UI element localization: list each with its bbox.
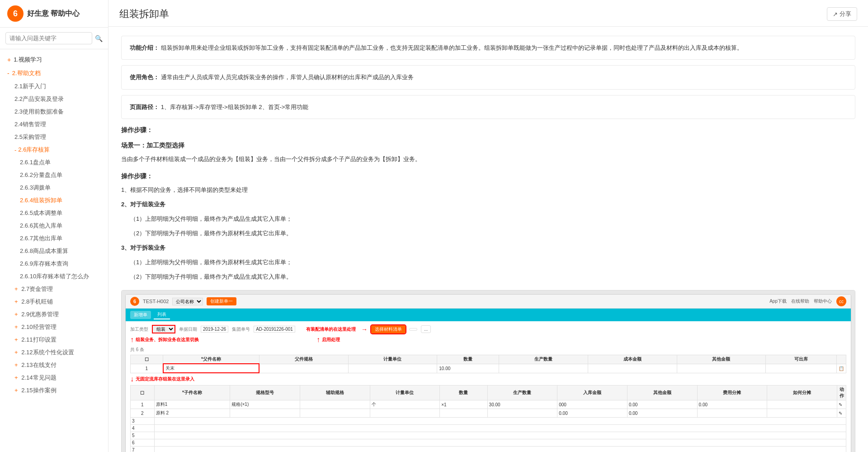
td-action-b2: ✎	[837, 409, 846, 418]
app-tab-list[interactable]: 列表	[154, 310, 170, 319]
td-parent-name: 关末	[163, 364, 259, 373]
sidebar-item-stocktake[interactable]: 2.6.1盘点单	[0, 156, 108, 169]
sidebar-item-faq[interactable]: + 2.14常见问题	[0, 371, 108, 384]
sidebar-item-operations[interactable]: + 2.10经营管理	[0, 321, 108, 333]
app-nav-help[interactable]: 在线帮助	[791, 298, 809, 305]
th-unit2: 计量单位	[370, 385, 440, 400]
sidebar-item-mobile[interactable]: + 2.8手机旺铺	[0, 295, 108, 308]
plus-icon5: +	[14, 324, 18, 330]
screenshot-container: 6 TEST-H002 公司名称 创建新单一 App下载 在线帮助 帮助中心 c…	[121, 290, 855, 452]
app-tab-new[interactable]: 新增单	[130, 311, 151, 319]
role-text: 通常由生产人员或库管人员完成拆装业务的操作，库管人员确认原材料的出库和产成品的入…	[161, 74, 414, 81]
search-button[interactable]: 🔍	[95, 35, 103, 42]
sidebar-item-data-prep[interactable]: 2.3使用前数据准备	[0, 105, 108, 118]
app-nav-apptool[interactable]: App下载	[769, 298, 787, 305]
sidebar-item-partial-stocktake[interactable]: 2.6.2分量盘点单	[0, 169, 108, 181]
app-type-label: 加工类型	[130, 326, 148, 333]
table-row-bottom-3: 3	[131, 418, 846, 425]
table-row-top-1: 1 关末 10.00 📋	[131, 364, 846, 373]
app-more-btn[interactable]: ...	[421, 325, 431, 333]
sidebar-item-payment[interactable]: + 2.13在线支付	[0, 359, 108, 371]
share-button[interactable]: ↗ 分享	[827, 7, 857, 21]
app-window: 6 TEST-H002 公司名称 创建新单一 App下载 在线帮助 帮助中心 c…	[125, 294, 851, 452]
sidebar-item-purchase[interactable]: 2.5采购管理	[0, 131, 108, 143]
sidebar-item-finance[interactable]: + 2.7资金管理	[0, 283, 108, 295]
minus-icon: -	[7, 70, 9, 77]
app-user-avatar[interactable]: cc	[836, 296, 846, 306]
th-qty2: 数量	[440, 385, 487, 400]
td-spec-b1: 规格(×1)	[230, 400, 300, 409]
row-count: 共 6 条	[130, 347, 846, 353]
td-prod	[499, 364, 588, 373]
plus-icon10: +	[14, 387, 18, 394]
app-process-btn[interactable]: 选择材料清单	[371, 325, 406, 333]
plus-icon8: +	[14, 362, 18, 368]
th-b-check: ☐	[131, 385, 155, 400]
sidebar-item-transfer[interactable]: 2.6.3调拨单	[0, 181, 108, 194]
sidebar-item-other-in[interactable]: 2.6.6其他入库单	[0, 219, 108, 232]
arrow-icon1: →	[361, 326, 368, 333]
app-date-label: 单据日期	[179, 326, 197, 333]
td-other	[677, 364, 766, 373]
sidebar-item-beginner[interactable]: 2.1新手入门	[0, 80, 108, 93]
td-avail	[766, 364, 837, 373]
th-checkbox: ☐	[131, 355, 163, 364]
plus-icon7: +	[14, 349, 18, 356]
sidebar-item-inventory-fix[interactable]: 2.6.10库存账本错了怎么办	[0, 270, 108, 283]
sidebar-item-inventory[interactable]: - 2.6库存核算	[0, 143, 108, 156]
app-confirm-btn[interactable]	[409, 328, 417, 331]
scenario-title: 场景一：加工类型选择	[121, 142, 855, 150]
sidebar-item-help-docs[interactable]: - 2.帮助文档	[0, 67, 108, 80]
td-unit-b1: 个	[370, 400, 440, 409]
sidebar-item-videos[interactable]: + 1.视频学习	[0, 53, 108, 67]
th-unit: 计量单位	[348, 355, 437, 364]
annotation-switch: 组装业务、拆卸业务在这里切换	[136, 337, 199, 343]
app-form-area: 加工类型 组装 拆卸 单据日期 2019-12-26 集团单号 AD-20191…	[126, 321, 851, 452]
sidebar-item-label: 2.帮助文档	[12, 69, 41, 77]
sidebar-item-other-out[interactable]: 2.6.7其他出库单	[0, 232, 108, 245]
td-other-b2: 0.00	[627, 409, 697, 418]
td-prod-b1: 30.00	[487, 400, 557, 409]
sidebar-item-cost-recalc[interactable]: 2.6.8商品成本重算	[0, 245, 108, 257]
td-b3-empty	[154, 418, 846, 425]
role-block: 使用角色： 通常由生产人员或库管人员完成拆装业务的操作，库管人员确认原材料的出库…	[121, 65, 855, 89]
td-unit-b2	[370, 409, 440, 418]
sidebar-item-cases[interactable]: + 2.15操作案例	[0, 384, 108, 397]
th-other: 其他金额	[677, 355, 766, 364]
sidebar-item-print[interactable]: + 2.11打印设置	[0, 333, 108, 346]
sidebar-item-sales[interactable]: 2.4销售管理	[0, 118, 108, 131]
td-child-name2: 原料 2	[154, 409, 230, 418]
sidebar-header: 6 好生意 帮助中心	[0, 0, 108, 28]
sidebar-item-coupons[interactable]: + 2.9优惠券管理	[0, 308, 108, 321]
th-prod-qty: 生产数量	[499, 355, 588, 364]
sidebar-item-cost-adj[interactable]: 2.6.5成本调整单	[0, 207, 108, 219]
app-field-row1: 加工类型 组装 拆卸 单据日期 2019-12-26 集团单号 AD-20191…	[130, 325, 846, 333]
th-other2: 其他金额	[627, 385, 697, 400]
sidebar-item-system[interactable]: + 2.12系统个性化设置	[0, 346, 108, 359]
path-block: 页面路径： 1、库存核算->库存管理->组装拆卸单 2、首页->常用功能	[121, 95, 855, 119]
share-icon: ↗	[833, 11, 838, 18]
sidebar-item-install[interactable]: 2.2产品安装及登录	[0, 93, 108, 105]
app-new-order-btn[interactable]: 创建新单一	[207, 297, 236, 305]
sidebar-item-assembly[interactable]: 2.6.4组装拆卸单	[0, 194, 108, 207]
sidebar-item-inventory-query[interactable]: 2.6.9库存账本查询	[0, 257, 108, 270]
function-intro-text: 组装拆卸单用来处理企业组装或拆卸等加工业务，支持有固定装配清单的产品加工业务，也…	[161, 44, 743, 51]
step3-1: （1）上部明细为父件明细，最终作为原材料生成其它出库单；	[121, 257, 855, 268]
annotations-row: ↑ 组装业务、拆卸业务在这里切换 ↑ 启用处理	[130, 336, 846, 344]
app-nav-helpcenter[interactable]: 帮助中心	[814, 298, 832, 305]
app-type-select[interactable]: 组装 拆卸	[152, 325, 175, 333]
td-b5-empty	[154, 432, 846, 439]
td-b-num2: 2	[131, 409, 155, 418]
td-qty-b1: ×1	[440, 400, 487, 409]
td-alloc-b2	[697, 409, 767, 418]
td-aux2	[300, 409, 370, 418]
app-company-select[interactable]: 公司名称	[172, 298, 203, 305]
th-in-amt: 入库金额	[557, 385, 627, 400]
th-prod2: 生产数量	[487, 385, 557, 400]
td-spec	[259, 364, 348, 373]
search-input[interactable]	[5, 32, 92, 44]
plus-icon9: +	[14, 374, 18, 381]
td-b4-empty	[154, 425, 846, 432]
page-title: 组装拆卸单	[119, 7, 169, 21]
th-qty: 数量	[437, 355, 499, 364]
